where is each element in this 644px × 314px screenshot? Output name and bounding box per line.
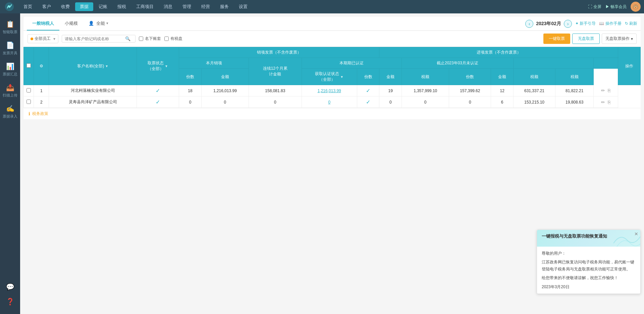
tab-all-capable[interactable]: 👤 全能 ▾ bbox=[83, 17, 114, 30]
row2-uncert-tax: 19,808.63 bbox=[555, 97, 594, 108]
th-month-sales: 本月销项 bbox=[179, 58, 249, 69]
notif-line-0: 尊敬的用户： bbox=[542, 250, 636, 257]
checkbox-taxdisk-input[interactable] bbox=[164, 37, 169, 41]
row1-purch-amount: 1,357,999.10 bbox=[402, 85, 449, 97]
sidebar-item-smart-take[interactable]: 📋 智能取票 bbox=[0, 17, 20, 38]
new-guide-btn[interactable]: ✦ 新手引导 bbox=[575, 21, 596, 26]
search-input[interactable] bbox=[65, 37, 125, 41]
row2-checkbox[interactable] bbox=[26, 100, 31, 104]
notif-body: 尊敬的用户： 江苏政务网已恢复访问电子税务局功能，易代账一键登陆电子税务局与无盘… bbox=[537, 247, 640, 294]
prev-period-btn[interactable]: ‹ bbox=[525, 20, 533, 28]
th-action: 操作 bbox=[618, 47, 641, 85]
row2-cumul-link[interactable]: 0 bbox=[328, 100, 330, 105]
sidebar-item-summary[interactable]: 📊 票据汇总 bbox=[0, 59, 20, 80]
nav-accounting[interactable]: 记账 bbox=[94, 2, 112, 11]
take-status-check-icon2: ✓ bbox=[156, 99, 160, 105]
manual-btn[interactable]: 📖 操作手册 bbox=[599, 21, 621, 26]
edit-icon[interactable]: ✏ bbox=[601, 88, 605, 93]
th-purch-count: 份数 bbox=[357, 69, 379, 85]
no-disk-ops-btn[interactable]: 无盘取票操作 ▾ bbox=[602, 34, 637, 44]
nav-fees[interactable]: 收费 bbox=[56, 2, 74, 11]
cert-status-check-icon2: ✓ bbox=[366, 99, 370, 105]
nav-operation[interactable]: 经营 bbox=[197, 2, 215, 11]
th-sales-amount: 金额 bbox=[201, 69, 249, 85]
filter-bar: 全部员工 ▾ 🔍 名下账套 有税盘 一键取票 无盘取票 无盘取票操作 ▾ bbox=[23, 31, 641, 47]
row1-sales-amount: 1,216,013.99 bbox=[201, 85, 249, 97]
sidebar-item-entry[interactable]: ✍️ 票据录入 bbox=[0, 101, 20, 122]
sidebar-item-invoice-open[interactable]: 📄 发票开具 bbox=[0, 38, 20, 59]
nav-customer[interactable]: 客户 bbox=[38, 2, 56, 11]
checkbox-accounts[interactable]: 名下账套 bbox=[139, 36, 161, 42]
notif-line-3: 2023年3月20日 bbox=[542, 284, 636, 290]
nav-business[interactable]: 工商项目 bbox=[131, 2, 158, 11]
row2-uncert-count: 6 bbox=[491, 97, 514, 108]
member-btn[interactable]: ▶ 畅享会员 bbox=[605, 4, 627, 10]
smart-take-icon: 📋 bbox=[6, 20, 14, 28]
row2-purch-tax: 0 bbox=[449, 97, 491, 108]
table-row: 1 河北柯落楠实业有限公司 ✓ 18 1,216,013.99 158,081.… bbox=[24, 85, 641, 97]
row1-purch-tax: 157,399.62 bbox=[449, 85, 491, 97]
nav-items: 首页 客户 收费 票据 记账 报税 工商项目 消息 管理 经营 服务 设置 bbox=[19, 2, 588, 11]
next-period-btn[interactable]: › bbox=[564, 20, 572, 28]
row1-sales-count: 18 bbox=[179, 85, 202, 97]
nav-tickets[interactable]: 票据 bbox=[75, 2, 93, 11]
row2-sales-tax: 0 bbox=[249, 97, 302, 108]
row2-sales-count: 0 bbox=[179, 97, 202, 108]
tab-small-scale[interactable]: 小规模 bbox=[59, 17, 83, 30]
one-key-take-btn[interactable]: 一键取票 bbox=[543, 34, 570, 44]
row1-cumul-link[interactable]: 1,216,013.99 bbox=[318, 88, 341, 93]
th-empty-purchase bbox=[513, 58, 593, 69]
fullscreen-btn[interactable]: ⛶ 全屏 bbox=[588, 4, 601, 10]
entry-icon: ✍️ bbox=[6, 105, 14, 113]
tab-general-taxpayer[interactable]: 一般纳税人 bbox=[27, 17, 59, 30]
nav-service[interactable]: 服务 bbox=[215, 2, 233, 11]
select-all-checkbox[interactable] bbox=[26, 63, 31, 68]
th-sales-count: 份数 bbox=[179, 69, 202, 85]
filter-cert-icon[interactable]: ▼ bbox=[340, 75, 343, 79]
no-disk-take-btn[interactable]: 无盘取票 bbox=[572, 34, 600, 44]
nav-home[interactable]: 首页 bbox=[19, 2, 37, 11]
checkbox-taxdisk[interactable]: 有税盘 bbox=[164, 36, 182, 42]
th-customer-name: 客户名称(全部) ▼ bbox=[49, 47, 137, 85]
edit-icon2[interactable]: ✏ bbox=[601, 100, 605, 105]
nav-message[interactable]: 消息 bbox=[159, 2, 177, 11]
row2-name: 灵寿县尚泽矿产品有限公司 bbox=[49, 97, 137, 108]
filter-take-icon[interactable]: ▼ bbox=[165, 64, 168, 68]
row1-uncert-count: 12 bbox=[491, 85, 514, 97]
filter-name-icon[interactable]: ▼ bbox=[105, 64, 108, 68]
notif-line-2: 给您带来的不便敬请谅解，祝您工作愉快！ bbox=[542, 274, 636, 281]
nav-tax[interactable]: 报税 bbox=[113, 2, 131, 11]
copy-icon[interactable]: ⎘ bbox=[608, 88, 610, 93]
row1-num: 1 bbox=[34, 85, 49, 97]
user-avatar[interactable]: 🐵 bbox=[631, 2, 641, 12]
th-checkbox bbox=[24, 47, 34, 85]
sidebar-item-chat[interactable]: 💬 bbox=[0, 279, 20, 294]
copy-icon2[interactable]: ⎘ bbox=[608, 100, 610, 105]
notif-scroll[interactable]: 尊敬的用户： 江苏政务网已恢复访问电子税务局功能，易代账一键登陆电子税务局与无盘… bbox=[537, 247, 640, 294]
refresh-btn[interactable]: ↻ 刷新 bbox=[625, 21, 637, 26]
row1-checkbox[interactable] bbox=[26, 88, 31, 92]
row2-uncert-amount: 153,215.10 bbox=[513, 97, 555, 108]
nav-manage[interactable]: 管理 bbox=[178, 2, 196, 11]
th-uncert-amount: 金额 bbox=[491, 69, 514, 85]
employee-dot bbox=[31, 38, 33, 40]
row2-num: 2 bbox=[34, 97, 49, 108]
employee-select[interactable]: 全部员工 ▾ bbox=[28, 34, 58, 43]
sidebar-item-help[interactable]: ❓ bbox=[0, 294, 20, 309]
row2-purch-amount: 0 bbox=[402, 97, 449, 108]
table-row: 2 灵寿县尚泽矿产品有限公司 ✓ 0 0 0 0 ✓ bbox=[24, 97, 641, 108]
top-nav: 首页 客户 收费 票据 记账 报税 工商项目 消息 管理 经营 服务 设置 ⛶ … bbox=[0, 0, 644, 13]
th-purch-amount: 金额 bbox=[379, 69, 402, 85]
row1-cert-status: ✓ bbox=[357, 85, 379, 97]
cert-status-check-icon: ✓ bbox=[366, 88, 370, 93]
info-icon: ℹ bbox=[29, 111, 30, 116]
nav-settings[interactable]: 设置 bbox=[234, 2, 252, 11]
row1-checkbox-cell bbox=[24, 85, 34, 97]
nav-right: ⛶ 全屏 ▶ 畅享会员 🐵 bbox=[588, 2, 641, 12]
checkbox-accounts-input[interactable] bbox=[139, 37, 143, 41]
tax-policy-link[interactable]: 税务政策 bbox=[32, 111, 48, 117]
sidebar-item-scan[interactable]: 📤 扫描上传 bbox=[0, 80, 20, 101]
search-icon[interactable]: 🔍 bbox=[125, 36, 130, 41]
help-icon: ❓ bbox=[6, 298, 14, 306]
row1-uncert-amount: 631,337.21 bbox=[513, 85, 555, 97]
